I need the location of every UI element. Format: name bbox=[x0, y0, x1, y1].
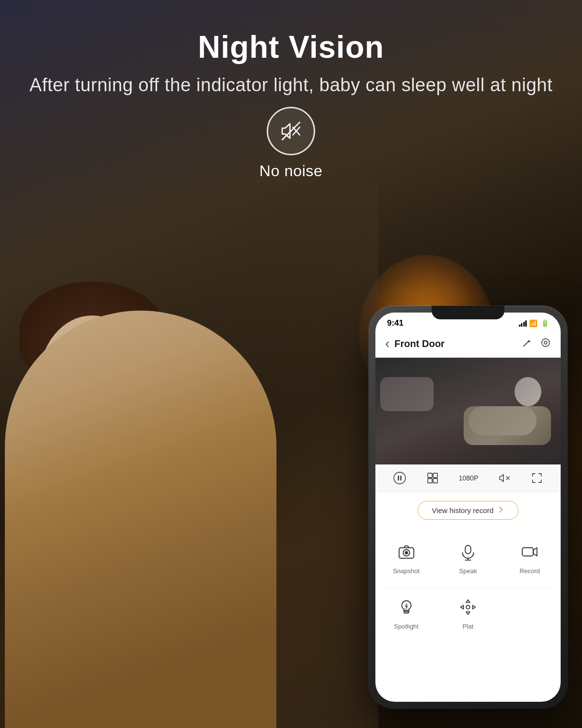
history-btn-arrow bbox=[498, 506, 504, 514]
baby-head bbox=[515, 377, 541, 406]
page-subtitle: After turning off the indicator light, b… bbox=[0, 75, 582, 96]
battery-icon: 🔋 bbox=[541, 319, 549, 327]
plat-label: Plat bbox=[463, 623, 473, 630]
mute-icon bbox=[278, 118, 304, 144]
fullscreen-button[interactable] bbox=[531, 472, 543, 484]
status-icons: 📶 🔋 bbox=[519, 319, 550, 327]
svg-rect-6 bbox=[398, 476, 399, 480]
svg-rect-11 bbox=[433, 479, 437, 483]
spotlight-label: Spotlight bbox=[394, 623, 419, 630]
person-area bbox=[0, 182, 378, 728]
baby-figure-container bbox=[464, 372, 551, 445]
camera-feed bbox=[375, 358, 561, 464]
grid-button[interactable] bbox=[426, 472, 439, 484]
phone-mockup: 9:41 📶 🔋 ‹ Front Door bbox=[369, 306, 567, 709]
no-noise-icon-circle bbox=[267, 107, 315, 155]
snapshot-icon bbox=[395, 540, 418, 563]
wifi-icon: 📶 bbox=[529, 319, 537, 327]
record-icon bbox=[518, 540, 541, 563]
phone-outer-shell: 9:41 📶 🔋 ‹ Front Door bbox=[369, 306, 567, 709]
svg-rect-7 bbox=[400, 476, 402, 480]
svg-point-5 bbox=[394, 472, 405, 484]
top-section: Night Vision After turning off the indic… bbox=[0, 0, 582, 96]
svg-point-16 bbox=[404, 551, 408, 555]
record-button[interactable]: Record bbox=[499, 532, 561, 582]
history-record-area: View history record bbox=[375, 492, 561, 528]
svg-point-3 bbox=[542, 339, 550, 347]
no-noise-section: No noise bbox=[259, 107, 323, 180]
record-label: Record bbox=[519, 567, 540, 575]
speak-label: Speak bbox=[459, 567, 477, 575]
phone-notch bbox=[432, 306, 504, 319]
person-body bbox=[5, 311, 276, 728]
spotlight-button[interactable]: Spotlight bbox=[375, 588, 437, 638]
pillow bbox=[380, 377, 434, 411]
svg-rect-20 bbox=[522, 547, 534, 556]
settings-icon[interactable] bbox=[540, 337, 551, 350]
phone-screen: 9:41 📶 🔋 ‹ Front Door bbox=[375, 313, 561, 702]
signal-icon bbox=[519, 320, 527, 327]
history-btn-text: View history record bbox=[432, 506, 493, 514]
pause-button[interactable] bbox=[393, 471, 406, 485]
resolution-label: 1080P bbox=[459, 474, 478, 482]
view-history-button[interactable]: View history record bbox=[418, 501, 518, 520]
back-button[interactable]: ‹ bbox=[385, 336, 389, 351]
action-grid-row2: Spotlight bbox=[375, 588, 561, 647]
speak-button[interactable]: Speak bbox=[437, 532, 499, 582]
snapshot-label: Snapshot bbox=[393, 567, 420, 575]
video-controls: 1080P bbox=[375, 464, 561, 492]
app-title: Front Door bbox=[394, 338, 522, 349]
svg-point-4 bbox=[544, 341, 547, 344]
no-noise-label: No noise bbox=[259, 162, 323, 180]
svg-rect-10 bbox=[428, 479, 432, 483]
empty-action-cell bbox=[499, 588, 561, 638]
snapshot-button[interactable]: Snapshot bbox=[375, 532, 437, 582]
baby-body bbox=[469, 406, 536, 435]
svg-rect-8 bbox=[428, 473, 432, 478]
status-time: 9:41 bbox=[387, 318, 404, 328]
speak-icon bbox=[456, 540, 480, 563]
person-silhouette bbox=[0, 281, 315, 728]
action-grid-row1: Snapshot Speak bbox=[375, 528, 561, 587]
edit-icon[interactable] bbox=[522, 337, 533, 350]
plat-icon bbox=[456, 596, 480, 619]
svg-rect-22 bbox=[404, 612, 409, 613]
plat-button[interactable]: Plat bbox=[437, 588, 499, 638]
header-action-icons bbox=[522, 337, 551, 350]
app-header: ‹ Front Door bbox=[375, 331, 561, 358]
spotlight-icon bbox=[395, 596, 418, 619]
page-title: Night Vision bbox=[0, 29, 582, 65]
mute-button[interactable] bbox=[498, 472, 511, 484]
svg-rect-9 bbox=[433, 473, 437, 478]
svg-rect-17 bbox=[465, 546, 470, 554]
svg-point-23 bbox=[466, 605, 470, 609]
